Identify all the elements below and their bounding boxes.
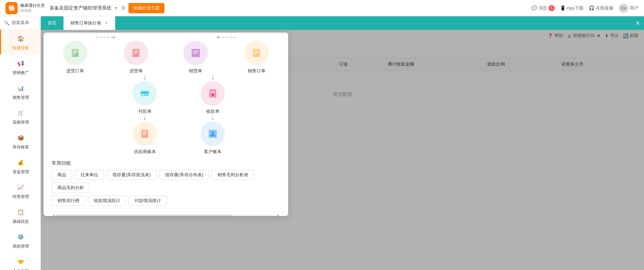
purchase-order-label: 进货订单 xyxy=(66,68,84,74)
main-area: 🔍 搜索菜单 🏠 快捷导航 📢 营销推广 📊 销售管理 🛒 采购管理 📦 xyxy=(0,16,644,270)
enterprise-icon: 🤝 xyxy=(15,256,26,267)
purchase-bill-icon xyxy=(124,41,148,65)
top-header: 畅 畅康通好生意 标准版 装备及固定资产辅助管理系统 ▼ ⚙ 体验行业方案 💬 … xyxy=(0,0,644,16)
system-title: 装备及固定资产辅助管理系统 xyxy=(50,5,111,11)
sales-order-node[interactable]: 销售订单 xyxy=(236,41,277,74)
func-btn-payment-stats[interactable]: 付款情况统计 xyxy=(129,196,167,206)
sidebar-item-enterprise[interactable]: 🤝 企业协同 xyxy=(0,253,40,270)
tab-bar-close-icon[interactable]: ✕ xyxy=(636,20,644,26)
popup-panel: 进货订单 xyxy=(43,33,288,216)
purchase-icon: 🛒 xyxy=(15,107,26,118)
inventory-label: 库存核算 xyxy=(13,144,29,150)
customer-account-node[interactable]: 客户账本 xyxy=(189,122,237,155)
marketing-icon: 📢 xyxy=(15,58,26,69)
sales-label: 销售管理 xyxy=(13,95,29,101)
search-menu[interactable]: 🔍 搜索菜单 xyxy=(0,16,40,30)
supplier-account-node[interactable]: 供应商账本 xyxy=(121,122,169,155)
online-service-action[interactable]: 🎧 在线客服 xyxy=(589,5,613,11)
func-btn-product[interactable]: 商品 xyxy=(52,170,72,180)
sales-order-label: 销售订单 xyxy=(248,68,265,74)
online-service-label: 在线客服 xyxy=(596,5,613,11)
receipt-node[interactable]: 收款单 xyxy=(189,81,237,114)
func-btn-receipt-stats[interactable]: 收款情况统计 xyxy=(88,196,126,206)
purchase-order-node[interactable]: 进货订单 xyxy=(54,41,96,74)
logo-icon: 畅 xyxy=(5,2,18,14)
settings-icon[interactable]: ⚙ xyxy=(121,5,126,11)
svg-rect-4 xyxy=(133,49,139,57)
purchase-order-icon xyxy=(63,41,87,65)
tab-home[interactable]: 首页 xyxy=(41,16,64,30)
func-btn-inventory-status[interactable]: 现存量(库存状况表) xyxy=(107,170,157,180)
sales-bill-icon xyxy=(184,41,208,65)
overlay[interactable]: 进货订单 xyxy=(41,30,644,270)
sidebar: 🔍 搜索菜单 🏠 快捷导航 📢 营销推广 📊 销售管理 🛒 采购管理 📦 xyxy=(0,16,41,270)
sidebar-item-quick-nav[interactable]: 🏠 快捷导航 xyxy=(0,30,40,54)
logo-line1: 畅康通好生意 xyxy=(20,3,45,8)
sidebar-item-sales[interactable]: 📊 销售管理 xyxy=(0,79,40,104)
function-buttons-row2: 销售排行榜 收款情况统计 付款情况统计 xyxy=(52,196,280,206)
purchase-bill-node[interactable]: 进货单 xyxy=(115,41,157,74)
svg-rect-12 xyxy=(253,49,260,57)
service-icon: 🎧 xyxy=(589,5,594,11)
supplier-account-label: 供应商账本 xyxy=(134,149,156,155)
customer-account-icon xyxy=(201,122,225,146)
search-menu-label: 搜索菜单 xyxy=(12,20,29,26)
scroll-right-icon[interactable]: ▶ xyxy=(277,214,280,216)
search-icon: 🔍 xyxy=(4,20,10,25)
sidebar-item-inventory[interactable]: 📦 库存核算 xyxy=(0,129,40,154)
message-badge: 5 xyxy=(549,5,555,11)
tab-close-icon[interactable]: ✕ xyxy=(105,21,108,25)
func-btn-sales-margin[interactable]: 销售毛利分析表 xyxy=(212,170,254,180)
system-dropdown-icon[interactable]: ▼ xyxy=(114,6,118,11)
home-tab-label: 首页 xyxy=(48,20,56,26)
app-download-label: App下载 xyxy=(567,5,584,11)
svg-point-28 xyxy=(211,131,214,134)
func-btn-product-margin[interactable]: 商品毛利分析 xyxy=(52,183,90,193)
func-btn-contacts[interactable]: 往来单位 xyxy=(75,170,104,180)
payment-node[interactable]: 付款单 xyxy=(121,81,169,114)
finance-label: 资金管理 xyxy=(13,169,29,175)
app-download-action[interactable]: 📱 App下载 xyxy=(560,5,584,11)
quick-nav-label: 快捷导航 xyxy=(13,45,29,51)
supplier-account-icon xyxy=(133,122,157,146)
sales-order-icon xyxy=(244,41,269,65)
svg-point-22 xyxy=(212,94,214,96)
sidebar-item-purchase[interactable]: 🛒 采购管理 xyxy=(0,104,40,129)
purchase-bill-label: 进货单 xyxy=(129,68,143,74)
sales-bill-node[interactable]: 销货单 xyxy=(175,41,216,74)
svg-rect-17 xyxy=(141,92,149,93)
func-btn-inventory-dist[interactable]: 现存量(库存分布表) xyxy=(159,170,209,180)
sidebar-item-system[interactable]: ⚙️ 系统管理 xyxy=(0,228,40,253)
page-content: ❓ 帮助 🖨 按模板打印 ▼ ⬆ 导出 🔄 xyxy=(41,30,644,270)
system-icon: ⚙️ xyxy=(15,231,26,242)
sidebar-item-finance[interactable]: 💰 资金管理 xyxy=(0,154,40,178)
experience-button[interactable]: 体验行业方案 xyxy=(128,3,164,13)
sidebar-item-marketing[interactable]: 📢 营销推广 xyxy=(0,54,40,79)
payment-label: 付款单 xyxy=(138,108,152,114)
enterprise-label: 企业协同 xyxy=(13,268,29,270)
inventory-icon: 📦 xyxy=(15,132,26,143)
basic-icon: 📋 xyxy=(15,206,26,217)
sidebar-item-basic[interactable]: 📋 基础信息 xyxy=(0,203,40,228)
svg-point-18 xyxy=(142,94,143,95)
scroll-left-icon[interactable]: ◀ xyxy=(52,214,55,216)
scroll-thumb[interactable] xyxy=(56,215,232,216)
purchase-label: 采购管理 xyxy=(13,120,29,125)
svg-rect-0 xyxy=(72,49,79,57)
payment-icon xyxy=(133,81,157,106)
message-icon: 💬 xyxy=(532,5,537,11)
scroll-bar-area: ◀ ▶ xyxy=(43,211,288,216)
system-title-bar: 装备及固定资产辅助管理系统 ▼ ⚙ 体验行业方案 xyxy=(50,3,527,13)
content-area: 首页 销售订单执行表 ✕ ✕ ❓ 帮助 xyxy=(41,16,644,270)
operations-icon: 📈 xyxy=(15,182,26,193)
function-buttons: 商品 往来单位 现存量(库存状况表) 现存量(库存分布表) 销售毛利分析表 商品… xyxy=(52,170,280,193)
sidebar-item-operations[interactable]: 📈 经营管理 xyxy=(0,178,40,203)
flow-area: 进货订单 xyxy=(43,33,288,160)
download-icon: 📱 xyxy=(560,5,565,11)
user-action[interactable]: Ea 用户 xyxy=(619,3,639,13)
tab-sales-order-exec[interactable]: 销售订单执行表 ✕ xyxy=(64,16,115,30)
logo-area: 畅 畅康通好生意 标准版 xyxy=(5,2,46,14)
func-btn-sales-rank[interactable]: 销售排行榜 xyxy=(52,196,85,206)
message-action[interactable]: 💬 消息 5 xyxy=(532,5,555,11)
scroll-track[interactable] xyxy=(56,215,276,216)
